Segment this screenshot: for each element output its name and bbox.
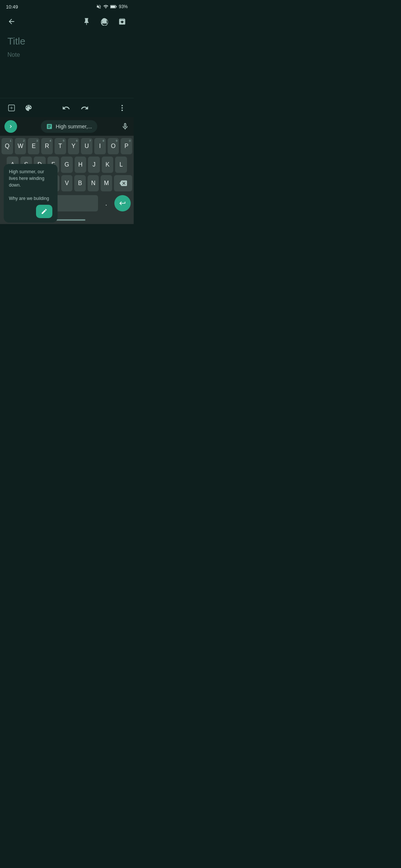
svg-point-6 bbox=[121, 109, 123, 111]
key-e[interactable]: 3E bbox=[28, 138, 39, 154]
status-icons: 93% bbox=[96, 4, 128, 9]
svg-rect-1 bbox=[111, 6, 115, 7]
redo-button[interactable] bbox=[79, 102, 90, 114]
undo-button[interactable] bbox=[61, 102, 72, 114]
status-bar: 10:49 93% bbox=[0, 0, 134, 12]
toolbar-right bbox=[117, 102, 128, 114]
note-content-area[interactable]: Title Note bbox=[0, 31, 134, 98]
suggestion-text: High summer, our lives here winding down… bbox=[9, 168, 52, 202]
wifi-icon bbox=[103, 4, 108, 9]
app-bar-actions bbox=[81, 16, 128, 27]
toolbar-left bbox=[6, 102, 34, 114]
key-u[interactable]: 7U bbox=[81, 138, 92, 154]
autocomplete-chip[interactable]: High summer,... bbox=[41, 120, 97, 133]
key-j[interactable]: J bbox=[88, 157, 100, 173]
key-m[interactable]: M bbox=[101, 175, 112, 191]
palette-button[interactable] bbox=[23, 102, 34, 114]
expand-button[interactable] bbox=[4, 120, 17, 133]
key-o[interactable]: 9O bbox=[108, 138, 119, 154]
back-button[interactable] bbox=[6, 16, 17, 27]
autocomplete-chip-text: High summer,... bbox=[56, 124, 92, 129]
key-h[interactable]: H bbox=[75, 157, 87, 173]
editor-toolbar bbox=[0, 98, 134, 117]
note-title-field[interactable]: Title bbox=[7, 36, 126, 47]
battery-percent: 93% bbox=[119, 4, 128, 9]
mute-icon bbox=[96, 4, 101, 9]
key-b[interactable]: B bbox=[74, 175, 86, 191]
battery-icon bbox=[110, 4, 117, 9]
key-g[interactable]: G bbox=[61, 157, 73, 173]
key-r[interactable]: 4R bbox=[41, 138, 53, 154]
key-w[interactable]: 2W bbox=[15, 138, 26, 154]
note-body-field[interactable]: Note bbox=[7, 52, 126, 58]
toolbar-center bbox=[34, 102, 117, 114]
reminder-button[interactable] bbox=[99, 16, 110, 27]
key-i[interactable]: 8I bbox=[94, 138, 106, 154]
add-button[interactable] bbox=[6, 102, 17, 114]
key-n[interactable]: N bbox=[88, 175, 99, 191]
svg-point-5 bbox=[121, 107, 123, 109]
key-q[interactable]: 1Q bbox=[1, 138, 13, 154]
svg-point-4 bbox=[121, 105, 123, 106]
key-l[interactable]: L bbox=[115, 157, 127, 173]
more-options-button[interactable] bbox=[117, 102, 128, 114]
key-t[interactable]: 5T bbox=[55, 138, 66, 154]
autocomplete-bar: High summer,... bbox=[0, 117, 134, 136]
keyboard-row-1: 1Q 2W 3E 4R 5T 6Y 7U 8I 9O 0P bbox=[1, 138, 132, 154]
enter-key[interactable] bbox=[114, 195, 131, 211]
mic-button[interactable] bbox=[121, 122, 129, 131]
period-key[interactable]: . bbox=[98, 195, 114, 211]
suggestion-popup: High summer, our lives here winding down… bbox=[4, 164, 58, 223]
backspace-key[interactable] bbox=[114, 175, 132, 191]
svg-rect-2 bbox=[116, 6, 117, 7]
key-y[interactable]: 6Y bbox=[68, 138, 79, 154]
app-bar bbox=[0, 12, 134, 31]
key-v[interactable]: V bbox=[61, 175, 73, 191]
key-p[interactable]: 0P bbox=[121, 138, 132, 154]
archive-button[interactable] bbox=[117, 16, 128, 27]
pin-button[interactable] bbox=[81, 16, 92, 27]
key-k[interactable]: K bbox=[102, 157, 114, 173]
suggestion-edit-button[interactable] bbox=[36, 205, 52, 218]
status-time: 10:49 bbox=[6, 4, 18, 10]
